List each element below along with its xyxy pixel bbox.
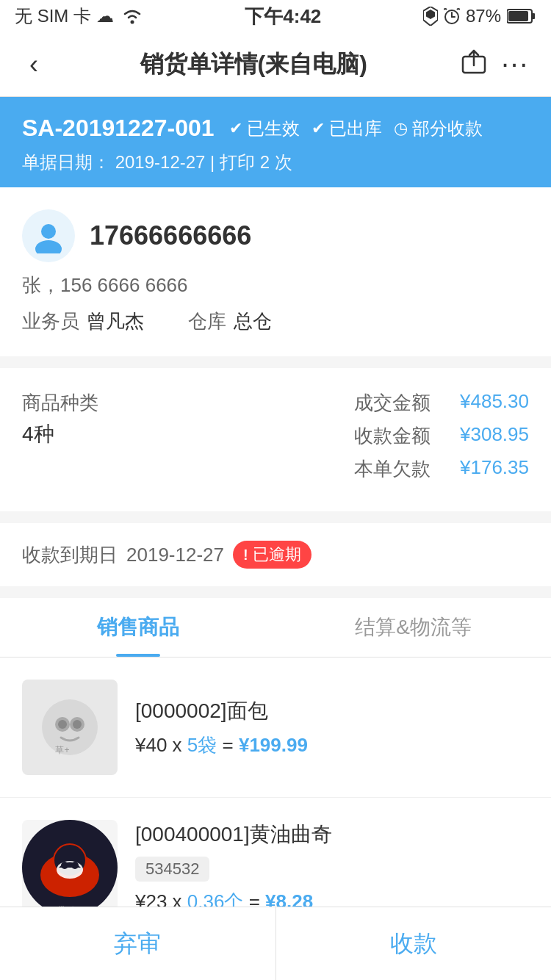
due-date-value: 2019-12-27	[126, 544, 224, 566]
location-icon	[423, 7, 438, 26]
order-header: SA-20191227-001 已生效 已出库 部分收款 单据日期： 2019-…	[0, 97, 551, 187]
product-price-1: ¥40 x 5袋 = ¥199.99	[135, 732, 529, 758]
order-id: SA-20191227-001	[22, 115, 215, 142]
battery-icon	[507, 8, 536, 24]
status-bar: 无 SIM 卡 ☁ 下午4:42 87%	[0, 0, 551, 32]
back-button[interactable]: ‹	[22, 42, 46, 87]
status-left: 无 SIM 卡 ☁	[15, 4, 143, 28]
deal-amount-label: 成交金额	[354, 390, 431, 416]
product-total-1: ¥199.99	[239, 734, 308, 756]
nav-actions: ···	[461, 48, 529, 80]
sim-status: 无 SIM 卡 ☁	[15, 4, 114, 28]
deal-amount-row: 成交金额 ¥485.30	[354, 390, 529, 416]
product-types-value: 4种	[22, 420, 98, 448]
product-unit-price-1: ¥40 x	[135, 734, 187, 756]
svg-point-11	[42, 699, 98, 755]
svg-rect-6	[508, 11, 528, 21]
svg-point-10	[35, 240, 62, 253]
product-image-1: 草+	[22, 680, 118, 775]
owl-placeholder-icon: 草+	[40, 698, 99, 757]
more-icon[interactable]: ···	[501, 48, 529, 80]
received-row: 收款金额 ¥308.95	[354, 423, 529, 449]
due-date-label: 收款到期日	[22, 542, 118, 568]
tabs-section: 销售商品 结算&物流等	[0, 598, 551, 657]
tab-settlement-label: 结算&物流等	[355, 613, 472, 641]
bottom-action-bar: 弃审 收款	[0, 907, 551, 980]
customer-phone: 17666666666	[90, 220, 251, 251]
customer-contact: 张，156 6666 6666	[22, 273, 529, 298]
badge-shipped: 已出库	[311, 117, 382, 140]
svg-rect-5	[532, 13, 535, 19]
product-image-2-icon: illustra	[22, 820, 118, 915]
svg-point-9	[41, 224, 56, 239]
product-types-label: 商品种类	[22, 390, 98, 416]
page-title: 销货单详情(来自电脑)	[140, 48, 367, 81]
order-date-label: 单据日期：	[22, 152, 110, 172]
warehouse-label: 仓库	[188, 309, 226, 334]
due-date-section: 收款到期日 2019-12-27 已逾期	[0, 523, 551, 586]
deal-amount-value: ¥485.30	[460, 390, 529, 416]
warehouse-value: 总仓	[234, 309, 272, 334]
owed-label: 本单欠款	[354, 456, 431, 482]
product-info-2: [000400001]黄油曲奇 534532 ¥23 x 0.36个 = ¥8.…	[135, 821, 529, 915]
svg-point-22	[71, 862, 79, 869]
status-time: 下午4:42	[245, 4, 321, 29]
product-image-2: illustra	[22, 820, 118, 915]
salesperson-meta: 业务员 曾凡杰	[22, 309, 144, 334]
export-icon	[461, 49, 486, 74]
alarm-icon	[444, 7, 460, 26]
nav-bar: ‹ 销货单详情(来自电脑) ···	[0, 32, 551, 97]
wifi-icon	[121, 8, 143, 24]
collect-payment-button[interactable]: 收款	[276, 907, 552, 980]
svg-point-14	[58, 720, 67, 729]
product-info-1: [0000002]面包 ¥40 x 5袋 = ¥199.99	[135, 697, 529, 758]
product-image-placeholder-1: 草+	[22, 680, 118, 775]
badge-partial-payment: 部分收款	[394, 117, 483, 140]
abandon-review-button[interactable]: 弃审	[0, 907, 276, 980]
product-name-1: [0000002]面包	[135, 697, 529, 725]
tab-settlement[interactable]: 结算&物流等	[276, 598, 551, 657]
owed-value: ¥176.35	[460, 456, 529, 482]
avatar	[22, 209, 75, 262]
svg-point-15	[73, 720, 82, 729]
owed-row: 本单欠款 ¥176.35	[354, 456, 529, 482]
tab-sales-products-label: 销售商品	[97, 613, 179, 641]
order-date-value: 2019-12-27	[115, 152, 206, 172]
product-equals-1: =	[217, 734, 239, 756]
svg-point-21	[61, 862, 68, 869]
order-date-line: 单据日期： 2019-12-27 | 打印 2 次	[22, 151, 529, 174]
product-sku-2: 534532	[135, 857, 209, 882]
overdue-badge: 已逾期	[233, 541, 311, 569]
customer-meta: 业务员 曾凡杰 仓库 总仓	[22, 309, 529, 334]
salesperson-label: 业务员	[22, 309, 79, 334]
amounts-block: 成交金额 ¥485.30 收款金额 ¥308.95 本单欠款 ¥176.35	[354, 390, 529, 489]
tabs: 销售商品 结算&物流等	[0, 598, 551, 657]
salesperson-value: 曾凡杰	[87, 309, 144, 334]
received-label: 收款金额	[354, 423, 431, 449]
received-value: ¥308.95	[460, 423, 529, 449]
battery-percentage: 87%	[466, 6, 501, 26]
product-types-block: 商品种类 4种	[22, 390, 98, 448]
product-item: 草+ [0000002]面包 ¥40 x 5袋 = ¥199.99	[0, 657, 551, 798]
order-print-count: | 打印 2 次	[210, 152, 292, 172]
badge-effective: 已生效	[229, 117, 300, 140]
customer-section: 17666666666 张，156 6666 6666 业务员 曾凡杰 仓库 总…	[0, 187, 551, 356]
warehouse-meta: 仓库 总仓	[188, 309, 272, 334]
status-badges: 已生效 已出库 部分收款	[229, 117, 483, 140]
tab-sales-products[interactable]: 销售商品	[0, 598, 276, 657]
products-section: 草+ [0000002]面包 ¥40 x 5袋 = ¥199.99 illust…	[0, 657, 551, 938]
product-qty-1: 5袋	[187, 734, 217, 756]
svg-text:草+: 草+	[55, 745, 69, 755]
summary-section: 商品种类 4种 成交金额 ¥485.30 收款金额 ¥308.95 本单欠款 ¥…	[0, 368, 551, 511]
product-name-2: [000400001]黄油曲奇	[135, 821, 529, 849]
share-icon[interactable]	[461, 49, 486, 80]
svg-point-0	[130, 21, 134, 24]
user-avatar-icon	[31, 218, 66, 253]
status-right: 87%	[423, 6, 536, 26]
